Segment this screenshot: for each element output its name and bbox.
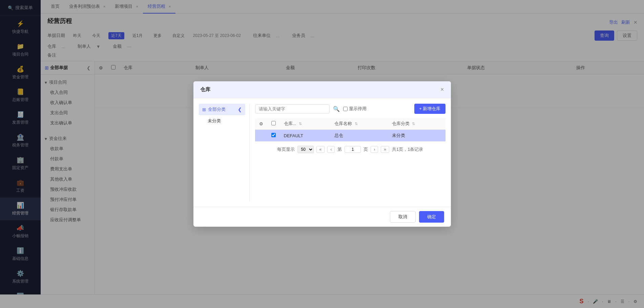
show-disabled-label[interactable]: 显示停用 <box>343 106 367 112</box>
modal-confirm-button[interactable]: 确定 <box>419 211 444 223</box>
show-disabled-checkbox[interactable] <box>343 107 348 111</box>
modal-col-checkbox[interactable] <box>267 118 280 130</box>
modal-footer: 取消 确定 <box>193 207 451 227</box>
modal-first-page-btn[interactable]: « <box>316 146 325 153</box>
sort-name-icon[interactable]: ⇅ <box>355 122 358 126</box>
modal-page-input[interactable] <box>345 146 361 153</box>
modal-col-code: 仓库... ⇅ <box>280 118 330 130</box>
modal-tree-all-label: 全部分类 <box>208 106 226 112</box>
modal-row-category-cell: 未分类 <box>388 130 445 142</box>
modal-table-row[interactable]: DEFAULT 总仓 未分类 <box>255 130 445 142</box>
modal-title: 仓库 <box>200 86 210 93</box>
modal-prev-page-btn[interactable]: ‹ <box>327 146 335 153</box>
modal-pagination: 每页显示 50 « ‹ 第 页 › » 共1页，1条记录 <box>255 142 445 153</box>
modal-cancel-button[interactable]: 取消 <box>390 211 416 223</box>
modal-total-label: 共1页，1条记录 <box>392 146 423 152</box>
modal-row-checkbox[interactable] <box>271 133 276 137</box>
modal-search-input[interactable] <box>255 104 330 114</box>
warehouse-modal: 仓库 × ⊞ 全部分类 ❮ 未分类 🔍 <box>193 81 451 227</box>
modal-last-page-btn[interactable]: » <box>381 146 389 153</box>
modal-col-category: 仓库分类 ⇅ <box>388 118 445 130</box>
modal-tree-collapse-icon[interactable]: ❮ <box>238 107 242 112</box>
modal-tree-uncategorized[interactable]: 未分类 <box>199 115 245 127</box>
modal-next-page-btn[interactable]: › <box>371 146 378 153</box>
modal-table: ⚙ 仓库... ⇅ 仓库名称 ⇅ <box>255 118 445 142</box>
modal-toolbar: 🔍 显示停用 + 新增仓库 <box>255 104 445 114</box>
modal-page-word: 第 <box>337 146 342 152</box>
sort-category-icon[interactable]: ⇅ <box>412 122 415 126</box>
modal-right-panel: 🔍 显示停用 + 新增仓库 ⚙ <box>250 104 445 201</box>
modal-row-settings-cell <box>255 130 267 142</box>
modal-tree-all[interactable]: ⊞ 全部分类 ❮ <box>199 104 245 115</box>
modal-row-code-cell: DEFAULT <box>280 130 330 142</box>
modal-header: 仓库 × <box>193 81 451 98</box>
modal-row-name-cell: 总仓 <box>330 130 388 142</box>
add-warehouse-button[interactable]: + 新增仓库 <box>414 104 445 114</box>
modal-row-checkbox-cell[interactable] <box>267 130 280 142</box>
modal-page-label: 页 <box>363 146 368 152</box>
modal-close-button[interactable]: × <box>440 86 444 93</box>
modal-body: ⊞ 全部分类 ❮ 未分类 🔍 显示停用 + 新 <box>193 98 451 207</box>
grid-modal-icon: ⊞ <box>202 107 206 112</box>
modal-tree-panel: ⊞ 全部分类 ❮ 未分类 <box>199 104 250 201</box>
modal-page-size-label: 每页显示 <box>277 146 295 152</box>
modal-select-all[interactable] <box>271 121 276 125</box>
modal-tree-uncategorized-label: 未分类 <box>202 118 221 124</box>
modal-col-name: 仓库名称 ⇅ <box>330 118 388 130</box>
modal-settings-icon[interactable]: ⚙ <box>259 121 263 126</box>
modal-page-size-select[interactable]: 50 <box>297 146 314 153</box>
modal-search-button[interactable]: 🔍 <box>333 106 340 112</box>
modal-col-settings[interactable]: ⚙ <box>255 118 267 130</box>
modal-overlay: 仓库 × ⊞ 全部分类 ❮ 未分类 🔍 <box>0 0 644 308</box>
sort-code-icon[interactable]: ⇅ <box>299 122 302 126</box>
